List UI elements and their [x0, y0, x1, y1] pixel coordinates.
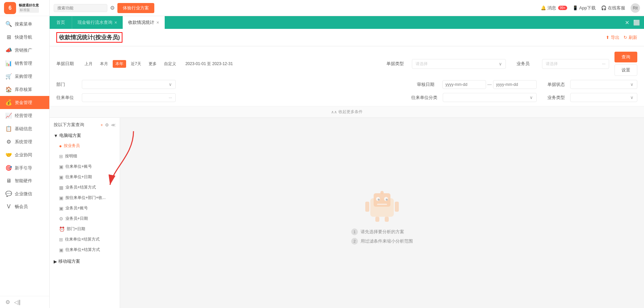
online-service-action[interactable]: 🎧 在线客服: [601, 5, 625, 11]
scheme-item-by-detail[interactable]: ⊞ 按明细: [50, 151, 120, 161]
scheme-item-by-salesman[interactable]: ● 按业务员: [50, 141, 120, 151]
sidebar-item-basic[interactable]: 📋 基础信息: [0, 122, 49, 135]
date-tab-本月[interactable]: 本月: [97, 60, 111, 68]
search-input[interactable]: [54, 4, 107, 12]
scheme-icon-partner-settle1: ⊞: [59, 237, 63, 242]
nav-label-marketing: 营销推广: [15, 47, 44, 53]
scheme-item-partner-settle1[interactable]: ⊞ 往来单位+结算方式: [50, 234, 120, 245]
sidebar-item-system[interactable]: ⚙ 系统管理: [0, 135, 49, 148]
collection-tab-close[interactable]: ×: [156, 20, 159, 25]
messages-action[interactable]: 🔔 消息 99+: [541, 5, 567, 11]
date-filter-tabs: 上月本月本年近7天更多自定义: [82, 60, 179, 68]
svg-point-5: [378, 199, 380, 201]
sidebar-item-corp[interactable]: 🤝 企业协同: [0, 148, 49, 161]
scheme-group-mobile-header[interactable]: ▶ 移动端方案: [50, 256, 120, 266]
svg-rect-9: [395, 202, 399, 212]
nav-icon-marketing: 📣: [5, 47, 12, 53]
main-area: ⚙ 体验行业方案 🔔 消息 99+ 📱 App下载 🎧 在线客服 Rit 首页: [50, 0, 644, 308]
nav-label-quick-nav: 快捷导航: [15, 34, 44, 40]
scheme-group-pc-header[interactable]: ▼ 电脑端方案: [50, 131, 120, 141]
review-date-end[interactable]: [493, 80, 537, 89]
scheme-item-dept-date[interactable]: ⏰ 部门+日期: [50, 224, 120, 234]
messages-label: 消息: [547, 5, 556, 11]
sidebar-item-wechat[interactable]: 💬 企业微信: [0, 187, 49, 200]
scheme-label-dept-date: 部门+日期: [67, 226, 85, 232]
doc-type-label: 单据类型: [386, 61, 407, 67]
sidebar-item-sales[interactable]: 📊 销售管理: [0, 57, 49, 70]
export-button[interactable]: ⬆ 导出: [606, 35, 620, 41]
scheme-settings-icon[interactable]: ⚙: [105, 122, 109, 127]
export-icon: ⬆: [606, 35, 609, 40]
collapse-more-btn[interactable]: ∧∧ 收起更多条件: [50, 106, 644, 117]
date-tab-自定义[interactable]: 自定义: [161, 60, 179, 68]
sidebar-item-purchase[interactable]: 🛒 采购管理: [0, 70, 49, 83]
scheme-item-salesman-account[interactable]: ▣ 业务员+账号: [50, 203, 120, 213]
cashflow-tab-close[interactable]: ×: [114, 20, 117, 25]
date-tab-上月[interactable]: 上月: [82, 60, 95, 68]
scheme-item-salesman-date[interactable]: ⚙ 业务员+日期: [50, 213, 120, 224]
scheme-group-mobile: ▶ 移动端方案: [50, 256, 120, 266]
dept-select[interactable]: ∨: [82, 80, 176, 89]
nav-label-finance: 资金管理: [15, 100, 44, 106]
sidebar-item-quick-nav[interactable]: ⊞ 快捷导航: [0, 31, 49, 44]
nav-icon-wechat: 💬: [5, 191, 12, 197]
service-icon: 🎧: [601, 5, 606, 10]
home-tab-label: 首页: [56, 19, 65, 25]
date-tab-本年[interactable]: 本年: [113, 60, 126, 68]
maximize-window-icon[interactable]: ⬜: [633, 19, 640, 26]
add-scheme-icon[interactable]: +: [100, 122, 103, 127]
sidebar-item-finance[interactable]: 💰 资金管理: [0, 96, 49, 109]
scheme-icon-partner-date: ▣: [59, 174, 63, 180]
scheme-item-partner-date[interactable]: ▣ 往来单位+日期: [50, 172, 120, 182]
filter-row-dept: 部门 ∨ 审核日期 — 单据状态 ∨: [56, 80, 637, 89]
tab-cashflow[interactable]: 现金银行流水查询 ×: [72, 16, 123, 29]
partner-select[interactable]: ···: [82, 93, 176, 102]
scheme-item-partner-dept-collect[interactable]: ▣ 按往来单位+部门+收...: [50, 193, 120, 203]
svg-rect-11: [385, 217, 389, 222]
refresh-button[interactable]: ↻ 刷新: [624, 35, 637, 41]
page-header-actions: ⬆ 导出 ↻ 刷新: [606, 35, 637, 41]
nav-icon-quick-nav: ⊞: [5, 34, 12, 40]
biz-type-label: 业务类型: [547, 95, 568, 101]
settings-button[interactable]: 设置: [614, 64, 637, 76]
scheme-icon-partner-settle2: ▣: [59, 247, 63, 253]
scheme-icon-dept-date: ⏰: [59, 226, 65, 232]
sidebar-item-guide[interactable]: 🎯 新手引导: [0, 161, 49, 174]
partner-category-label: 往来单位分类: [411, 95, 437, 101]
nav-label-member: 畅会员: [15, 204, 44, 210]
tab-home[interactable]: 首页: [50, 16, 72, 29]
partner-category-select[interactable]: ∨: [443, 93, 537, 102]
scheme-item-partner-account[interactable]: ▣ 往来单位+账号: [50, 161, 120, 172]
close-window-icon[interactable]: ✕: [625, 19, 629, 26]
tab-collection[interactable]: 收款情况统计 ×: [123, 16, 165, 29]
sidebar-item-marketing[interactable]: 📣 营销推广: [0, 44, 49, 57]
sidebar-item-operation[interactable]: 📈 经营管理: [0, 109, 49, 122]
sidebar-item-search-menu[interactable]: 🔍 搜索菜单: [0, 17, 49, 31]
sidebar-item-member[interactable]: V 畅会员: [0, 200, 49, 213]
settings-icon[interactable]: ⚙: [110, 5, 115, 11]
user-avatar[interactable]: Rit: [631, 3, 640, 13]
messages-badge: 99+: [558, 6, 567, 10]
sidebar-item-inventory[interactable]: 🏠 库存核算: [0, 83, 49, 96]
doc-status-select[interactable]: ∨: [570, 80, 637, 89]
query-button[interactable]: 查询: [614, 52, 637, 62]
settings-footer-icon[interactable]: ⚙: [5, 299, 10, 305]
biz-type-select[interactable]: ∨: [570, 93, 637, 102]
dept-label: 部门: [56, 82, 76, 88]
doc-type-select[interactable]: 请选择 ∨: [412, 59, 506, 69]
salesman-select[interactable]: 请选择 ···: [542, 59, 609, 69]
scheme-label-salesman-settle: 业务员+结算方式: [65, 185, 96, 190]
review-date-label: 审核日期: [417, 82, 437, 88]
scheme-item-partner-settle2[interactable]: ▣ 往来单位+结算方式: [50, 245, 120, 255]
scheme-icon-salesman-account: ▣: [59, 206, 63, 211]
scheme-item-salesman-settle[interactable]: ▦ 业务员+结算方式: [50, 182, 120, 193]
date-tab-近7天[interactable]: 近7天: [128, 60, 144, 68]
review-date-start[interactable]: [442, 80, 486, 89]
trial-button[interactable]: 体验行业方案: [117, 3, 154, 13]
date-tab-更多[interactable]: 更多: [146, 60, 159, 68]
collapse-sidebar-icon[interactable]: ◁∥: [14, 299, 21, 305]
sidebar-item-hardware[interactable]: 🖥 智能硬件: [0, 174, 49, 187]
collapse-panel-icon[interactable]: ≪: [111, 122, 116, 127]
logo-text: 畅捷通好生意: [19, 3, 39, 7]
app-download-action[interactable]: 📱 App下载: [573, 5, 596, 11]
